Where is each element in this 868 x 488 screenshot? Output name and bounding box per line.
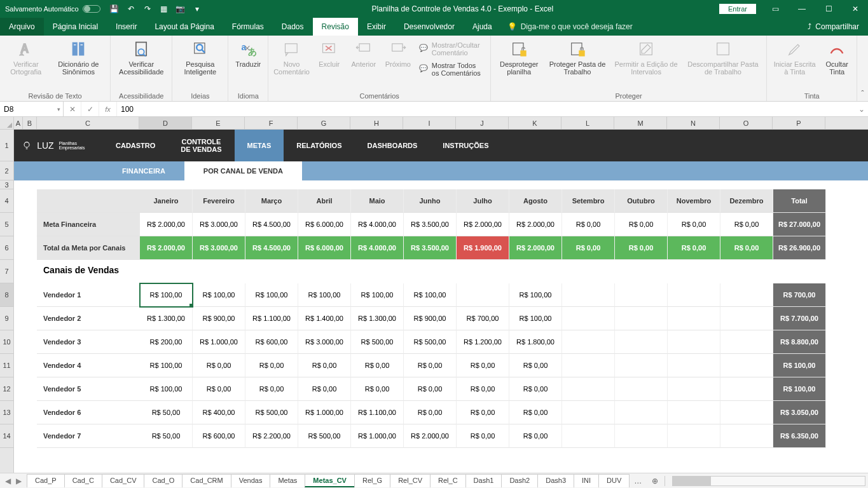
- col-header-I[interactable]: I: [403, 117, 456, 129]
- cell[interactable]: [562, 377, 615, 401]
- sheet-tab[interactable]: INI: [574, 474, 599, 487]
- ribbon-display-icon[interactable]: ▭: [762, 0, 788, 18]
- cell[interactable]: Abril: [298, 189, 351, 213]
- cell[interactable]: R$ 0,00: [720, 213, 773, 236]
- autosave-toggle[interactable]: Salvamento Automático: [0, 5, 106, 13]
- cell[interactable]: R$ 2.200,00: [245, 424, 298, 448]
- cell[interactable]: [668, 307, 720, 330]
- tab-review[interactable]: Revisão: [313, 18, 358, 36]
- sheet-tab[interactable]: Dash3: [537, 474, 574, 487]
- cell[interactable]: R$ 0,00: [245, 377, 298, 401]
- sheet-tab[interactable]: Cad_P: [27, 474, 65, 487]
- nav-item[interactable]: CADASTRO: [103, 130, 168, 161]
- col-header-B[interactable]: B: [23, 117, 37, 129]
- cell[interactable]: R$ 0,00: [562, 236, 615, 260]
- tab-data[interactable]: Dados: [273, 18, 313, 36]
- cell[interactable]: R$ 0,00: [668, 213, 720, 236]
- cell[interactable]: [720, 354, 773, 377]
- nav-item[interactable]: DASHBOARDS: [355, 130, 431, 161]
- row-header-1[interactable]: 1: [0, 130, 13, 161]
- tab-help[interactable]: Ajuda: [464, 18, 501, 36]
- nav-item[interactable]: CONTROLEDE VENDAS: [168, 130, 234, 161]
- sheet-tab[interactable]: Cad_CV: [102, 474, 145, 487]
- cell[interactable]: R$ 1.000,00: [298, 401, 351, 424]
- cell[interactable]: R$ 0,00: [351, 377, 404, 401]
- select-all-corner[interactable]: [0, 117, 13, 130]
- cell[interactable]: [720, 283, 773, 307]
- row-header-14[interactable]: 14: [0, 424, 13, 448]
- col-header-F[interactable]: F: [245, 117, 298, 129]
- show-all-comments-button[interactable]: 💬Mostrar Todos os Comentários: [417, 60, 486, 78]
- more-sheets-icon[interactable]: …: [629, 477, 647, 485]
- horizontal-scrollbar[interactable]: [672, 476, 865, 486]
- cell[interactable]: R$ 0,00: [457, 354, 509, 377]
- cell[interactable]: R$ 3.000,00: [193, 213, 245, 236]
- cell[interactable]: [562, 424, 615, 448]
- toggle-icon[interactable]: [83, 5, 100, 13]
- cell[interactable]: [668, 354, 720, 377]
- row-header-6[interactable]: 6: [0, 236, 13, 260]
- formula-input[interactable]: 100: [117, 102, 855, 116]
- tab-view[interactable]: Exibir: [358, 18, 395, 36]
- col-header-H[interactable]: H: [350, 117, 403, 129]
- nav-item[interactable]: RELATÓRIOS: [284, 130, 354, 161]
- col-header-C[interactable]: C: [37, 117, 139, 129]
- sheet-tab[interactable]: DUV: [598, 474, 630, 487]
- col-header-A[interactable]: A: [14, 117, 23, 129]
- sheet-tab[interactable]: Rel_G: [354, 474, 390, 487]
- subtab[interactable]: POR CANAL DE VENDA: [184, 161, 302, 180]
- cell[interactable]: [668, 283, 720, 307]
- row-header-13[interactable]: 13: [0, 401, 13, 424]
- cell[interactable]: R$ 600,00: [245, 330, 298, 354]
- col-header-N[interactable]: N: [667, 117, 720, 129]
- cell[interactable]: R$ 100,00: [140, 354, 193, 377]
- translate-button[interactable]: aあTraduzir: [232, 37, 264, 69]
- save-icon[interactable]: 💾: [109, 4, 120, 14]
- row-header-3[interactable]: 3: [0, 180, 13, 189]
- cell[interactable]: R$ 1.000,00: [193, 330, 245, 354]
- chevron-right-icon[interactable]: ▶: [16, 477, 22, 485]
- camera-icon[interactable]: 📷: [176, 4, 186, 14]
- cell[interactable]: R$ 0,00: [668, 236, 720, 260]
- maximize-icon[interactable]: ☐: [816, 0, 841, 18]
- name-box[interactable]: D8: [0, 102, 64, 116]
- row-header-9[interactable]: 9: [0, 307, 13, 330]
- sheet-tab[interactable]: Metas_CV: [305, 474, 355, 487]
- cell[interactable]: Julho: [457, 189, 509, 213]
- cell[interactable]: R$ 100,00: [140, 283, 193, 307]
- cell[interactable]: [668, 424, 720, 448]
- cell[interactable]: R$ 900,00: [193, 307, 245, 330]
- cell[interactable]: R$ 0,00: [351, 354, 404, 377]
- cell[interactable]: R$ 2.000,00: [140, 236, 193, 260]
- cell[interactable]: R$ 0,00: [720, 236, 773, 260]
- cell[interactable]: R$ 100,00: [140, 377, 193, 401]
- col-header-K[interactable]: K: [509, 117, 561, 129]
- tab-formulas[interactable]: Fórmulas: [223, 18, 273, 36]
- cell[interactable]: R$ 0,00: [457, 401, 509, 424]
- cell[interactable]: R$ 3.500,00: [404, 236, 457, 260]
- close-icon[interactable]: ✕: [843, 0, 868, 18]
- cell[interactable]: [720, 401, 773, 424]
- cell[interactable]: R$ 1.300,00: [351, 307, 404, 330]
- col-header-O[interactable]: O: [720, 117, 773, 129]
- cell[interactable]: R$ 2.000,00: [140, 213, 193, 236]
- cell[interactable]: R$ 0,00: [457, 377, 509, 401]
- cell[interactable]: R$ 0,00: [193, 354, 245, 377]
- cell[interactable]: R$ 200,00: [140, 330, 193, 354]
- cell[interactable]: R$ 6.000,00: [298, 213, 351, 236]
- cell[interactable]: R$ 1.100,00: [245, 307, 298, 330]
- col-header-M[interactable]: M: [614, 117, 667, 129]
- cell[interactable]: Fevereiro: [193, 189, 245, 213]
- cell[interactable]: Setembro: [562, 189, 615, 213]
- cell[interactable]: [615, 401, 668, 424]
- cell[interactable]: [720, 424, 773, 448]
- cell[interactable]: R$ 3.000,00: [193, 236, 245, 260]
- cell[interactable]: Novembro: [668, 189, 720, 213]
- cell[interactable]: [562, 354, 615, 377]
- cell[interactable]: R$ 700,00: [457, 307, 509, 330]
- tab-home[interactable]: Página Inicial: [44, 18, 107, 36]
- cell[interactable]: R$ 4.000,00: [351, 236, 404, 260]
- row-header-10[interactable]: 10: [0, 330, 13, 354]
- fx-icon[interactable]: fx: [99, 102, 117, 116]
- row-header-12[interactable]: 12: [0, 377, 13, 401]
